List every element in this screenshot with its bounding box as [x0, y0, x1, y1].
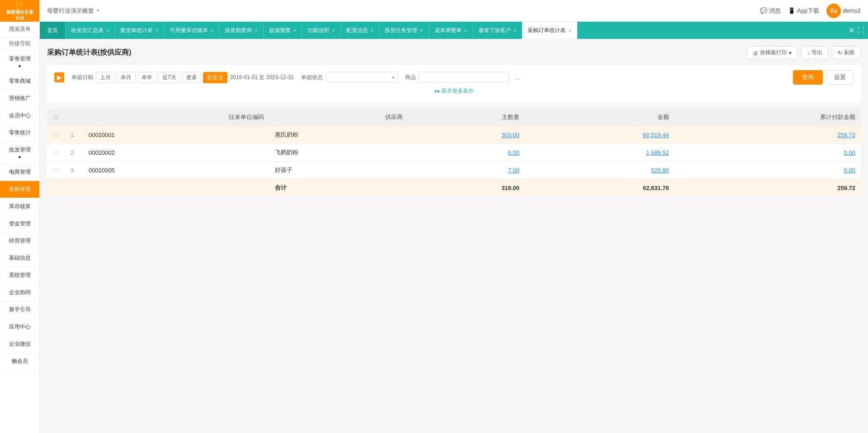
- refresh-button[interactable]: ↻ 刷新: [832, 46, 861, 59]
- tab-pihuorenwu[interactable]: 拣货任务管理 ×: [379, 22, 429, 39]
- sidebar-item-search[interactable]: 搜索菜单: [0, 22, 39, 37]
- header-actions: 💬 消息 📱 App下载 Ea demo2: [760, 4, 861, 18]
- tab-chaochuyu[interactable]: 超储预警 ×: [264, 22, 302, 39]
- tab-home[interactable]: 首页: [40, 22, 66, 39]
- tab-pihuorenwu-close-icon[interactable]: ×: [420, 28, 423, 33]
- row-code-cell: 00020001: [83, 126, 269, 144]
- status-filter-label: 单据状态: [301, 74, 323, 81]
- sidebar-item-retailshop[interactable]: 零售商城: [0, 73, 39, 90]
- row-quantity-cell[interactable]: 6.00: [408, 144, 525, 162]
- date-this-year-button[interactable]: 本年: [137, 72, 156, 83]
- footer-label-cell: [83, 179, 269, 197]
- table-row[interactable]: ☐ 2 00020002 飞鹤奶粉 6.00 1,586.52 0.00: [47, 144, 861, 162]
- appcenter-label: 应用中心: [9, 323, 31, 331]
- workspace-selector[interactable]: 母婴行业演示账套 ▾: [47, 7, 99, 15]
- row-paid-cell[interactable]: 259.72: [675, 126, 861, 144]
- tab-baozhi-label: 保质期查询: [225, 27, 252, 34]
- sidebar-item-finance[interactable]: 资金管理: [0, 215, 39, 233]
- tab-peizhi-close-icon[interactable]: ×: [371, 28, 373, 33]
- sidebar-item-batch[interactable]: 批发管理 ▲: [0, 142, 39, 164]
- search-button[interactable]: 查询: [793, 70, 823, 85]
- tab-keyongliang-close-icon[interactable]: ×: [211, 28, 213, 33]
- retailshop-label: 零售商城: [9, 77, 31, 85]
- sidebar-item-quicknav[interactable]: 快捷导航: [0, 37, 39, 51]
- row-check-cell[interactable]: ☐: [47, 126, 65, 144]
- tab-caigoudindan-close-icon[interactable]: ×: [568, 28, 571, 33]
- row-quantity-cell[interactable]: 7.00: [408, 162, 525, 179]
- sidebar-item-newguide[interactable]: 新手引导: [0, 301, 39, 319]
- row-check-cell[interactable]: ☐: [47, 162, 65, 179]
- print-button[interactable]: 🖨 按模板打印 ▾: [747, 46, 797, 59]
- tab-baozhi[interactable]: 保质期查询 ×: [219, 22, 263, 39]
- check-all-icon[interactable]: ⚙: [53, 114, 59, 121]
- sidebar-item-marketing[interactable]: 营销推广: [0, 90, 39, 107]
- sidebar-item-operation[interactable]: 经营管理: [0, 233, 39, 250]
- sidebar-item-system[interactable]: 系统管理: [0, 267, 39, 284]
- sidebar-item-retail[interactable]: 零售管理 ▲: [0, 51, 39, 73]
- row-amount-cell[interactable]: 1,586.52: [525, 144, 675, 162]
- table-row[interactable]: ☐ 3 00020005 好孩子 7.00 525.80 0.00: [47, 162, 861, 179]
- expand-more-button[interactable]: ▾▾ 展开更多条件: [54, 85, 854, 98]
- sidebar-item-vip[interactable]: 畅会员: [0, 353, 39, 370]
- tab-close-all-icon[interactable]: ✕: [849, 26, 854, 35]
- date-range-value: 2016-01-01 至 2023-12-31: [230, 74, 294, 81]
- sidebar-item-inventory[interactable]: 库存核算: [0, 198, 39, 215]
- row-supplier-cell: 飞鹤奶粉: [269, 144, 408, 162]
- goods-more-button[interactable]: …: [512, 73, 523, 81]
- status-select[interactable]: [326, 72, 398, 83]
- tab-baozhi-close-icon[interactable]: ×: [255, 28, 257, 33]
- date-custom-button[interactable]: 自定义: [203, 72, 227, 83]
- tab-maximize-icon[interactable]: ⛶: [857, 26, 864, 34]
- export-button[interactable]: ↓ 导出: [801, 46, 828, 59]
- date-more-button[interactable]: 更多: [182, 72, 201, 83]
- sidebar-item-wechat[interactable]: 企业微信: [0, 336, 39, 353]
- settings-button[interactable]: 设置: [826, 70, 854, 85]
- row-amount-cell[interactable]: 60,519.44: [525, 126, 675, 144]
- tab-chengbentiaoz[interactable]: 成本调整单 ×: [429, 22, 473, 39]
- date-this-month-button[interactable]: 本月: [117, 72, 136, 83]
- row-quantity-cell[interactable]: 303.00: [408, 126, 525, 144]
- tab-caigoudindan[interactable]: 采购订单统计表 ×: [522, 22, 577, 39]
- sidebar-item-member[interactable]: 会员中心: [0, 107, 39, 124]
- row-check-icon[interactable]: ☐: [53, 149, 59, 156]
- row-check-icon[interactable]: ☐: [53, 132, 59, 138]
- user-name: demo2: [843, 7, 861, 14]
- tab-chengbentiaoz-close-icon[interactable]: ×: [464, 28, 467, 33]
- tab-keyongliang[interactable]: 可用量库存账本 ×: [165, 22, 219, 39]
- sidebar-item-purchase[interactable]: 采购管理: [0, 181, 39, 198]
- logo-sub: 标版: [15, 15, 24, 21]
- tab-shouchuihuizong-close-icon[interactable]: ×: [106, 28, 109, 33]
- row-paid-cell[interactable]: 0.00: [675, 162, 861, 179]
- table-row[interactable]: ☐ 1 00020001 惠氏奶粉 303.00 60,519.44 259.7…: [47, 126, 861, 144]
- sidebar-item-enterprise[interactable]: 企业协同: [0, 284, 39, 301]
- tab-shouchuihuizong[interactable]: 收发存汇总表 ×: [66, 22, 115, 39]
- date-last-month-button[interactable]: 上月: [96, 72, 115, 83]
- app-download-button[interactable]: 📱 App下载: [788, 7, 819, 15]
- tab-gongnengshuo-close-icon[interactable]: ×: [332, 28, 335, 33]
- tab-gongnengshuo[interactable]: 功能说明 ×: [302, 22, 340, 39]
- tab-chaochuyu-close-icon[interactable]: ×: [293, 28, 296, 33]
- row-amount-cell[interactable]: 525.80: [525, 162, 675, 179]
- sidebar-item-basic[interactable]: 基础信息: [0, 250, 39, 267]
- tab-yaoqingxiayou[interactable]: 邀请下游客户 ×: [473, 22, 522, 39]
- row-check-icon[interactable]: ☐: [53, 167, 59, 174]
- tab-peizhi[interactable]: 配置信息 ×: [341, 22, 379, 39]
- date-last7-button[interactable]: 近7天: [158, 72, 180, 83]
- row-check-cell[interactable]: ☐: [47, 144, 65, 162]
- sidebar-item-retailstat[interactable]: 零售统计: [0, 124, 39, 142]
- sidebar-item-appcenter[interactable]: 应用中心: [0, 319, 39, 336]
- message-button[interactable]: 💬 消息: [760, 7, 781, 15]
- page-title-actions: 🖨 按模板打印 ▾ ↓ 导出 ↻ 刷新: [747, 46, 861, 59]
- row-paid-cell[interactable]: 0.00: [675, 144, 861, 162]
- user-profile-button[interactable]: Ea demo2: [826, 4, 861, 18]
- tab-yaohuo-close-icon[interactable]: ×: [156, 28, 158, 33]
- filter-toggle-button[interactable]: ▶: [54, 72, 64, 82]
- tab-yaoqingxiayou-close-icon[interactable]: ×: [514, 28, 516, 33]
- tab-home-label: 首页: [47, 27, 58, 34]
- page-title: 采购订单统计表(按供应商): [47, 48, 132, 57]
- refresh-label: 刷新: [844, 49, 855, 57]
- tab-yaohuo[interactable]: 要货单统计表 ×: [115, 22, 164, 39]
- main-area: 母婴行业演示账套 ▾ 💬 消息 📱 App下载 Ea demo2 首页: [40, 0, 868, 433]
- goods-input[interactable]: [419, 72, 509, 83]
- sidebar-item-ecom[interactable]: 电商管理: [0, 164, 39, 181]
